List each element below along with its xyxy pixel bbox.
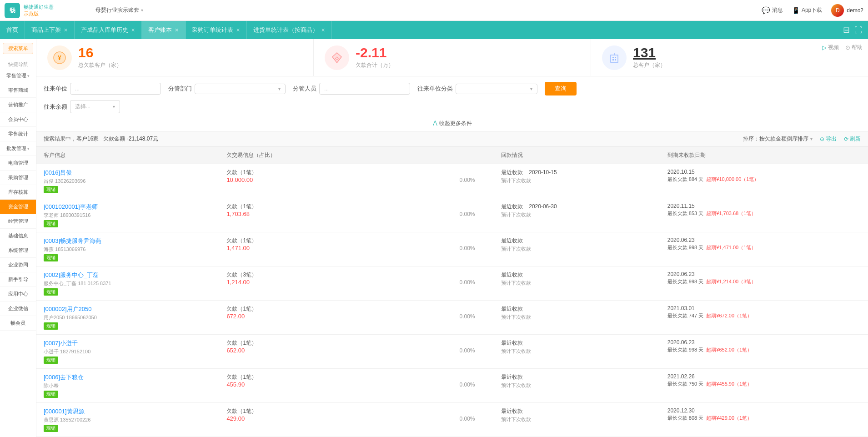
sidebar-item-retail-mall[interactable]: 零售商城 [0, 83, 36, 98]
filter-category-select[interactable]: ▾ [456, 84, 537, 94]
sidebar-item-retail-mgmt[interactable]: 零售管理 ▾ [0, 69, 36, 83]
cell-due-date: 2020.06.23 最长欠款 998 天 超期¥1,471.00（1笔） [660, 232, 868, 266]
svg-text:¥: ¥ [58, 54, 61, 61]
tab-home[interactable]: 首页 [0, 21, 25, 39]
overdue-amount-link[interactable]: 超期¥1,214.00（3笔） [706, 279, 756, 284]
tab-close-icon3[interactable]: ✕ [175, 27, 179, 33]
cell-debt-info: 欠款（1笔） 1,703.68 [219, 198, 452, 232]
debt-amount[interactable]: 652.00 [226, 347, 245, 354]
window-restore-btn[interactable]: ⊟ [843, 25, 850, 35]
stats-row: ¥ 16 总欠款客户（家） ◇ -2.11 欠款合计 [36, 39, 868, 76]
customer-name-link[interactable]: [000002]用户2050 [44, 305, 212, 313]
debt-amount[interactable]: 455.90 [226, 381, 245, 388]
table-row: [0002]服务中心_丁磊 服务中心_丁磊 181 0125 8371 现销 欠… [36, 266, 868, 301]
tab-close-icon[interactable]: ✕ [64, 27, 68, 33]
refresh-icon: ⟳ [844, 136, 848, 142]
filter-balance-select[interactable]: 选择... ▾ [70, 100, 120, 113]
overdue-amount-link[interactable]: 超期¥429.00（1笔） [706, 415, 752, 421]
customer-tag: 现销 [44, 186, 58, 193]
query-btn[interactable]: 查询 [545, 82, 577, 95]
results-bar: 搜索结果中，客户16家 欠款金额 -21,148.07元 排序：按欠款金额倒序排… [36, 131, 868, 147]
customer-tag: 现销 [44, 254, 58, 261]
sidebar-item-vip[interactable]: 畅会员 [0, 316, 36, 331]
stat1-value: 16 [78, 46, 122, 60]
customer-name-link[interactable]: [0003]畅捷服务尹海燕 [44, 237, 212, 245]
message-btn[interactable]: 💬 消息 [762, 6, 783, 15]
sidebar-item-wholesale-mgmt[interactable]: 批发管理 ▾ [0, 141, 36, 156]
due-date: 2020.10.15 [667, 169, 861, 175]
search-menu-btn[interactable]: 搜索菜单 [3, 43, 33, 54]
export-btn[interactable]: ⊙ 导出 [820, 135, 837, 143]
customer-name-link[interactable]: [0016]吕俊 [44, 169, 212, 177]
overdue-amount-link[interactable]: 超期¥455.90（1笔） [706, 381, 752, 387]
help-btn[interactable]: ⊙ 帮助 [845, 44, 863, 51]
sidebar-item-basic-info[interactable]: 基础信息 [0, 229, 36, 243]
sidebar-item-operations[interactable]: 经营管理 [0, 214, 36, 229]
tab-product-listing[interactable]: 商品上下架 ✕ [25, 21, 75, 39]
refresh-btn[interactable]: ⟳ 刷新 [844, 135, 861, 143]
tab-close-icon4[interactable]: ✕ [236, 27, 240, 33]
debt-amount[interactable]: 429.00 [226, 415, 245, 422]
tab-close-icon5[interactable]: ✕ [321, 27, 325, 33]
sidebar-item-finance[interactable]: 资金管理 [0, 200, 36, 214]
sidebar-item-marketing[interactable]: 营销推广 [0, 98, 36, 112]
overdue-amount-link[interactable]: 超期¥672.00（1笔） [706, 313, 752, 318]
filter-label-source: 往来单位 [44, 85, 67, 93]
stat-card-1: ¥ 16 总欠款客户（家） [36, 39, 314, 76]
sidebar-item-system[interactable]: 系统管理 [0, 243, 36, 258]
due-date: 2020.12.30 [667, 407, 861, 414]
app-download-btn[interactable]: 📱 App下载 [792, 6, 822, 14]
overdue-amount-link[interactable]: 超期¥652.00（1笔） [706, 347, 752, 352]
avatar: D [831, 4, 844, 17]
overdue-amount-link[interactable]: 超期¥10,000.00（1笔） [706, 176, 759, 182]
filter-label-manager: 分管人员 [293, 85, 316, 93]
debt-amount[interactable]: 1,471.00 [226, 245, 250, 251]
customer-name-link[interactable]: [0001020001]李老师 [44, 203, 212, 211]
window-expand-btn[interactable]: ⛶ [854, 25, 863, 35]
stat-icon-2: ◇ [325, 45, 349, 70]
tab-production-history[interactable]: 产成品入库单历史 ✕ [75, 21, 142, 39]
table-row: [0016]吕俊 吕俊 13026203696 现销 欠款（1笔） 10,000… [36, 164, 868, 198]
filter-dept-select[interactable]: ▾ [195, 84, 286, 94]
export-icon: ⊙ [820, 136, 824, 142]
video-btn[interactable]: ▷ 视频 [822, 44, 839, 51]
filter-source-input[interactable]: ... [70, 83, 161, 95]
debt-amount[interactable]: 1,703.68 [226, 211, 250, 217]
collapse-filters-btn[interactable]: ⋀ 收起更多条件 [44, 118, 861, 131]
debt-amount[interactable]: 10,000.00 [226, 176, 253, 183]
sidebar-item-purchase[interactable]: 采购管理 [0, 171, 36, 185]
sidebar-item-collaboration[interactable]: 企业协同 [0, 258, 36, 272]
customer-name-link[interactable]: [0002]服务中心_丁磊 [44, 271, 212, 279]
sidebar-item-guide[interactable]: 新手引导 [0, 272, 36, 287]
customer-name-link[interactable]: [0007]小迸千 [44, 339, 212, 347]
tab-close-icon2[interactable]: ✕ [131, 27, 135, 33]
sidebar-item-app-center[interactable]: 应用中心 [0, 287, 36, 301]
tab-purchase-stats[interactable]: 采购订单统计表 ✕ [186, 21, 247, 39]
due-date: 2020.06.23 [667, 339, 861, 346]
customer-tag: 现销 [44, 220, 58, 227]
overdue-amount-link[interactable]: 超期¥1,471.00（1笔） [706, 245, 756, 250]
sort-dropdown[interactable]: 排序：按欠款金额倒序排序 ▾ [743, 135, 813, 143]
customer-name-link[interactable]: [000001]黄思源 [44, 407, 212, 416]
user-menu[interactable]: D demo2 [831, 4, 863, 17]
sidebar-item-retail-stats[interactable]: 零售统计 [0, 127, 36, 141]
cell-recovery: 最近收款 2020-06-30 预计下次收款 [494, 198, 660, 232]
filter-label-dept: 分管部门 [168, 85, 192, 93]
cell-recovery: 最近收款 2020-10-15 预计下次收款 [494, 164, 660, 198]
debt-count: 欠款（1笔） [226, 305, 445, 313]
customer-name-link[interactable]: [0006]去下粮仓 [44, 373, 212, 382]
tab-customer-account[interactable]: 客户账本 ✕ [142, 21, 186, 39]
overdue-amount-link[interactable]: 超期¥1,703.68（1笔） [706, 211, 756, 216]
sidebar-item-member[interactable]: 会员中心 [0, 112, 36, 127]
sidebar-item-inventory[interactable]: 库存核算 [0, 185, 36, 200]
cell-customer-info: [000001]黄思源 黄思源 13552700226 现销 [36, 403, 219, 437]
svg-rect-5 [612, 57, 614, 58]
cell-debt-pct: 0.00% [452, 232, 493, 266]
sidebar-item-ecommerce[interactable]: 电商管理 [0, 156, 36, 171]
sidebar-item-enterprise-wechat[interactable]: 企业微信 [0, 301, 36, 316]
debt-amount[interactable]: 1,214.00 [226, 279, 250, 286]
debt-amount[interactable]: 672.00 [226, 313, 245, 320]
filter-manager-input[interactable]: ... [319, 83, 410, 95]
cell-recovery: 最近收款 预计下次收款 [494, 266, 660, 301]
tab-purchase-by-product[interactable]: 进货单统计表（按商品） ✕ [247, 21, 332, 39]
